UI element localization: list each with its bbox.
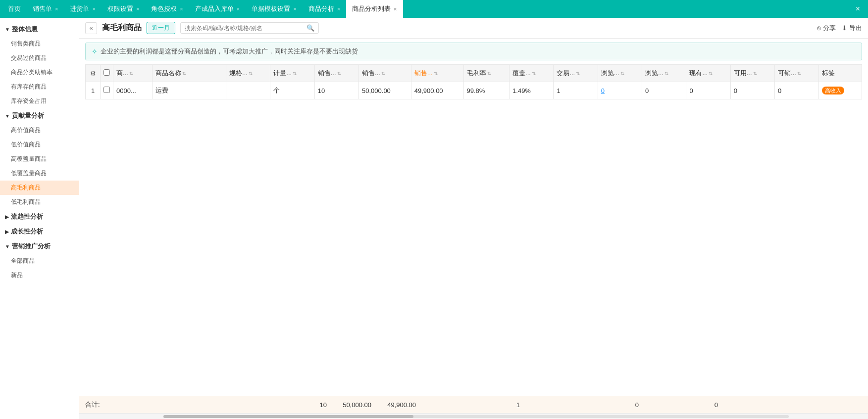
nav-tab-role-close[interactable]: ×: [180, 6, 183, 12]
nav-tab-home-label: 首页: [8, 4, 21, 13]
nav-tab-template-close[interactable]: ×: [293, 6, 296, 12]
nav-tab-product-entry-close[interactable]: ×: [237, 6, 240, 12]
app-close-button[interactable]: ×: [850, 4, 866, 13]
sidebar-item-low-coverage[interactable]: 低覆盖量商品: [0, 166, 79, 181]
nav-tab-permission[interactable]: 权限设置 ×: [102, 0, 145, 18]
nav-tab-product-entry[interactable]: 产成品入库单 ×: [189, 0, 246, 18]
col-transaction[interactable]: 交易...⇅: [554, 65, 598, 82]
nav-tab-permission-label: 权限设置: [107, 4, 133, 13]
sidebar-item-traded-goods[interactable]: 交易过的商品: [0, 51, 79, 65]
col-browse1[interactable]: 浏览...⇅: [598, 65, 642, 82]
col-name-sort: ⇅: [182, 71, 186, 76]
col-current[interactable]: 现有...⇅: [686, 65, 730, 82]
footer-current-total: 0: [602, 401, 642, 409]
nav-tab-template[interactable]: 单据模板设置 ×: [246, 0, 302, 18]
sidebar-item-high-value[interactable]: 高价值商品: [0, 123, 79, 138]
share-label: 分享: [823, 24, 836, 33]
sidebar-item-new-goods[interactable]: 新品: [0, 268, 79, 282]
col-sales2-sort: ⇅: [381, 71, 385, 76]
col-code[interactable]: 商...⇅: [113, 65, 153, 82]
col-coverage[interactable]: 覆盖...⇅: [510, 65, 554, 82]
col-spec[interactable]: 规格...⇅: [226, 65, 270, 82]
info-banner-text: 企业的主要的利润都是这部分商品创造的，可考虑加大推广，同时关注库存是不要出现缺货: [101, 47, 358, 56]
footer-transaction-total: 1: [483, 401, 523, 409]
sidebar-item-low-margin[interactable]: 低毛利商品: [0, 195, 79, 209]
row-checkbox-cell[interactable]: [101, 82, 113, 99]
col-settings[interactable]: ⚙: [86, 65, 101, 82]
nav-tab-analysis-close[interactable]: ×: [337, 6, 340, 12]
nav-tab-purchase[interactable]: 进货单 ×: [64, 0, 101, 18]
sidebar-group-overall[interactable]: ▼ 整体信息: [0, 22, 79, 37]
sidebar-group-growth-arrow: ▶: [5, 229, 9, 234]
col-tag[interactable]: 标签: [819, 65, 862, 82]
nav-tab-analysis-list[interactable]: 商品分析列表 ×: [346, 0, 403, 18]
filter-period-button[interactable]: 近一月: [147, 22, 175, 34]
row-browse1-link[interactable]: 0: [601, 87, 605, 94]
row-coverage: 1.49%: [510, 82, 554, 99]
nav-tab-home[interactable]: 首页: [2, 0, 27, 18]
sidebar-item-category-sales[interactable]: 商品分类助销率: [0, 65, 79, 80]
sidebar-item-all-goods[interactable]: 全部商品: [0, 254, 79, 268]
main-layout: ▼ 整体信息 销售类商品 交易过的商品 商品分类助销率 有库存的商品 库存资金占…: [0, 18, 868, 419]
footer-totals: 合计: 10 50,000.00 49,900.00 1 0 0: [79, 396, 868, 413]
sidebar-group-trend[interactable]: ▶ 流趋性分析: [0, 209, 79, 224]
share-icon: ⎋: [817, 24, 821, 32]
col-gross-rate[interactable]: 毛利率⇅: [463, 65, 510, 82]
row-tag: 高收入: [819, 82, 862, 99]
sidebar-group-contribution-arrow: ▼: [5, 113, 10, 119]
nav-tab-role-label: 角色授权: [151, 4, 177, 13]
row-code: 0000...: [113, 82, 153, 99]
sidebar-group-overall-label: 整体信息: [12, 25, 38, 34]
horizontal-scrollbar[interactable]: [79, 413, 868, 419]
nav-tab-sales[interactable]: 销售单 ×: [27, 0, 64, 18]
table-header-row: ⚙ 商...⇅ 商品名称⇅ 规格...⇅ 计量...⇅ 销售...⇅ 销售...…: [86, 65, 862, 82]
col-saleable-sort: ⇅: [797, 71, 801, 76]
sidebar: ▼ 整体信息 销售类商品 交易过的商品 商品分类助销率 有库存的商品 库存资金占…: [0, 18, 79, 419]
nav-tab-permission-close[interactable]: ×: [136, 6, 139, 12]
row-available: 0: [730, 82, 774, 99]
sidebar-item-high-margin[interactable]: 高毛利商品: [0, 181, 79, 195]
row-browse1[interactable]: 0: [598, 82, 642, 99]
nav-tab-sales-close[interactable]: ×: [55, 6, 58, 12]
col-browse2[interactable]: 浏览...⇅: [642, 65, 686, 82]
nav-tab-role[interactable]: 角色授权 ×: [145, 0, 189, 18]
sidebar-group-marketing-label: 营销推广分析: [12, 242, 51, 251]
scroll-track[interactable]: [163, 415, 789, 418]
content-area: « 高毛利商品 近一月 🔍 ⎋ 分享 ⬇ 导出 ✧ 企业的主要的利润都是这部: [79, 18, 868, 419]
sidebar-group-marketing[interactable]: ▼ 营销推广分析: [0, 239, 79, 254]
search-input[interactable]: [185, 25, 305, 32]
col-saleable[interactable]: 可销...⇅: [775, 65, 819, 82]
sidebar-collapse-button[interactable]: «: [85, 22, 97, 34]
export-button[interactable]: ⬇ 导出: [842, 24, 862, 33]
sidebar-item-inventory-capital[interactable]: 库存资金占用: [0, 94, 79, 108]
col-sales1[interactable]: 销售...⇅: [314, 65, 358, 82]
scroll-thumb[interactable]: [163, 415, 413, 418]
col-coverage-sort: ⇅: [532, 71, 536, 76]
sidebar-item-stocked-goods[interactable]: 有库存的商品: [0, 80, 79, 94]
nav-tab-purchase-close[interactable]: ×: [92, 6, 95, 12]
col-available-sort: ⇅: [753, 71, 757, 76]
nav-tab-analysis-list-close[interactable]: ×: [394, 6, 397, 12]
sidebar-item-high-coverage[interactable]: 高覆盖量商品: [0, 152, 79, 166]
nav-tab-analysis[interactable]: 商品分析 ×: [303, 0, 346, 18]
col-unit[interactable]: 计量...⇅: [270, 65, 314, 82]
sidebar-item-sales-goods[interactable]: 销售类商品: [0, 37, 79, 51]
col-name[interactable]: 商品名称⇅: [152, 65, 226, 82]
row-checkbox[interactable]: [103, 87, 110, 93]
export-icon: ⬇: [842, 24, 847, 32]
sidebar-group-contribution[interactable]: ▼ 贡献量分析: [0, 108, 79, 123]
col-transaction-sort: ⇅: [576, 71, 580, 76]
info-icon: ✧: [92, 47, 98, 55]
search-icon[interactable]: 🔍: [306, 24, 314, 32]
select-all-checkbox[interactable]: [103, 69, 110, 76]
col-available[interactable]: 可用...⇅: [730, 65, 774, 82]
sidebar-item-low-value[interactable]: 低价值商品: [0, 138, 79, 152]
share-button[interactable]: ⎋ 分享: [817, 24, 836, 33]
col-sales3[interactable]: 销售...⇅: [411, 65, 463, 82]
col-sales2[interactable]: 销售...⇅: [359, 65, 411, 82]
row-browse2: 0: [642, 82, 686, 99]
sidebar-group-marketing-arrow: ▼: [5, 244, 10, 249]
sidebar-group-growth[interactable]: ▶ 成长性分析: [0, 224, 79, 239]
table-container: ⚙ 商...⇅ 商品名称⇅ 规格...⇅ 计量...⇅ 销售...⇅ 销售...…: [79, 64, 868, 396]
col-checkbox[interactable]: [101, 65, 113, 82]
